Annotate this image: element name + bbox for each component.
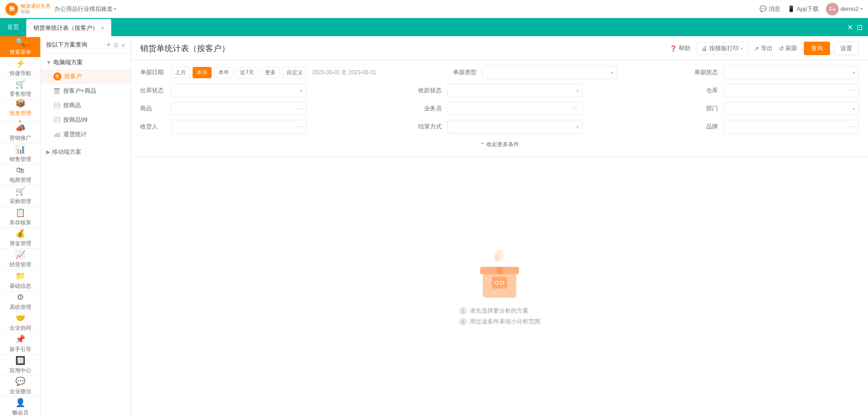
left-panel: 按以下方案查询 + ⊙ « ▼ 电脑端方案 客 按客户 (41, 36, 131, 418)
sidebar-item-search-menu[interactable]: 🔍 搜索菜单 (0, 36, 40, 57)
download-action[interactable]: 📱 App下载 (788, 5, 819, 13)
quick-nav-icon: ⚡ (15, 58, 25, 68)
svg-rect-19 (492, 277, 507, 289)
user-avatar: Ea (826, 3, 839, 15)
export-action[interactable]: ↗ 导出 (754, 44, 773, 52)
order-status-select[interactable]: ▾ (723, 66, 859, 79)
sidebar-item-wechat[interactable]: 💬 企业微信 (0, 376, 40, 397)
empty-hint-1: 1 请先选择要分析的方案 (459, 307, 540, 315)
order-type-select[interactable]: ▾ (482, 66, 618, 79)
settlement-select[interactable]: ▾ (447, 120, 583, 133)
scheme-item-customer-product[interactable]: 按客户+商品 (41, 84, 131, 98)
logo-text: 畅捷通好生意 标版 (21, 3, 51, 14)
mobile-group-chevron: ▶ (46, 149, 50, 155)
out-status-select[interactable]: ▾ (171, 84, 307, 97)
tab-active[interactable]: 销货单统计表（按客户） × (26, 19, 111, 37)
sidebar-item-wholesale[interactable]: 📦 批发管理 ▲ (0, 100, 40, 122)
right-panel: 销货单统计表（按客户） ❓ 帮助 🖨 按模板打印 ▾ ↗ 导出 (131, 36, 868, 418)
scheme-item-by-product[interactable]: 按商品 (41, 98, 131, 113)
sidebar-item-marketing[interactable]: 📣 营销推广 (0, 122, 40, 143)
customer-product-icon (53, 87, 61, 95)
sidebar-item-sales[interactable]: 📊 销售管理 (0, 143, 40, 165)
settings-btn[interactable]: 设置 (834, 42, 859, 55)
help-action[interactable]: ❓ 帮助 (670, 44, 690, 52)
sidebar-item-finance[interactable]: 💰 资金管理 (0, 228, 40, 249)
empty-state: 1 请先选择要分析的方案 2 用过滤条件来缩小分析范围 (131, 157, 868, 418)
left-panel-actions: + ⊙ « (107, 41, 125, 49)
user-dropdown-icon: ▾ (860, 6, 863, 11)
svg-point-22 (496, 282, 498, 284)
collapse-more-btn[interactable]: ⌃ 收起更多条件 (140, 138, 859, 151)
sidebar-item-purchase[interactable]: 🛒 采购管理 (0, 185, 40, 207)
more-btn[interactable]: 更多 (261, 67, 280, 78)
brand-select[interactable]: ··· (723, 120, 859, 133)
product-select[interactable]: ··· (171, 102, 307, 115)
custom-btn[interactable]: 自定义 (283, 67, 307, 78)
message-action[interactable]: 💬 消息 (760, 5, 780, 13)
scheme-item-by-customer[interactable]: 客 按客户 (41, 69, 131, 84)
user-action[interactable]: Ea demo2 ▾ (826, 3, 863, 15)
sidebar-label-enterprise: 企业协同 (9, 324, 31, 332)
product-label: 商品 (140, 104, 165, 113)
main-layout: 🔍 搜索菜单 ⚡ 快捷导航 🛒 零售管理 📦 批发管理 ▲ 📣 营销推广 📊 销… (0, 36, 868, 418)
sidebar-item-appstore[interactable]: 🔲 应用中心 (0, 355, 40, 376)
help-label: 帮助 (679, 44, 690, 52)
sidebar-item-member[interactable]: 👤 畅会员 (0, 397, 40, 418)
settings-scheme-btn[interactable]: ⊙ (113, 41, 119, 48)
receipt-status-select[interactable]: ▾ (447, 84, 583, 97)
date-range-text: 2023-03-01 至 2023-03-31 (312, 69, 376, 76)
print-btn[interactable]: 🖨 按模板打印 ▾ (697, 42, 748, 55)
sidebar-item-quick-nav[interactable]: ⚡ 快捷导航 (0, 57, 40, 79)
tab-home[interactable]: 首页 (0, 18, 26, 36)
search-icon: 🔍 (15, 37, 25, 47)
settlement-label: 结算方式 (416, 123, 442, 131)
tab-close-window-btn[interactable]: ✕ (847, 23, 853, 32)
sidebar-item-system[interactable]: ⚙ 系统管理 (0, 291, 40, 313)
sidebar-item-retail[interactable]: 🛒 零售管理 (0, 78, 40, 100)
tab-restore-btn[interactable]: ⊡ (857, 23, 863, 32)
sidebar-item-operations[interactable]: 📈 经营管理 (0, 249, 40, 270)
department-label: 部门 (693, 104, 718, 113)
refresh-action[interactable]: ↺ 刷新 (779, 44, 797, 52)
sidebar-item-enterprise[interactable]: 🤝 企业协同 (0, 312, 40, 333)
sidebar: 🔍 搜索菜单 ⚡ 快捷导航 🛒 零售管理 📦 批发管理 ▲ 📣 营销推广 📊 销… (0, 36, 41, 418)
enterprise-icon: 🤝 (15, 313, 25, 323)
return-stats-icon (53, 131, 61, 138)
sidebar-item-newbie[interactable]: 📌 新手引导 (0, 333, 40, 355)
scheme-item-product-99[interactable]: 按商品99 (41, 113, 131, 127)
sidebar-item-ecommerce[interactable]: 🛍 电商管理 (0, 165, 40, 186)
desktop-group-header[interactable]: ▼ 电脑端方案 (41, 56, 131, 69)
last-month-btn[interactable]: 上月 (171, 67, 190, 78)
last7-btn[interactable]: 近7天 (236, 67, 258, 78)
svg-rect-1 (54, 90, 60, 92)
department-select[interactable]: ▾ (723, 102, 859, 115)
sidebar-item-inventory[interactable]: 📋 库存核算 (0, 207, 40, 228)
app-subtitle: 办公用品行业模拟账套 (54, 5, 113, 13)
brand-label: 品牌 (693, 123, 718, 131)
app-name-dropdown[interactable]: 办公用品行业模拟账套 ▾ (54, 5, 116, 13)
mobile-group-header[interactable]: ▶ 移动端方案 (41, 145, 131, 159)
tab-active-label: 销货单统计表（按客户） (33, 24, 98, 32)
this-year-btn[interactable]: 本年 (214, 67, 233, 78)
add-scheme-btn[interactable]: + (107, 41, 111, 49)
query-btn[interactable]: 查询 (804, 42, 830, 55)
sidebar-item-basic[interactable]: 📁 基础信息 (0, 270, 40, 291)
svg-rect-2 (54, 92, 60, 94)
scheme-label-customer-product: 按客户+商品 (63, 87, 96, 95)
logo-area: 畅 畅捷通好生意 标版 (5, 3, 51, 15)
this-month-btn[interactable]: 本月 (193, 67, 212, 78)
filter-row-1: 单据日期 上月 本月 本年 近7天 更多 自定义 2023-03-01 至 20… (140, 66, 859, 79)
collapse-panel-btn[interactable]: « (122, 41, 125, 48)
salesperson-select[interactable]: ··· (447, 102, 583, 115)
tab-close-btn[interactable]: × (101, 25, 104, 31)
refresh-icon: ↺ (779, 45, 784, 52)
out-status-chevron: ▾ (300, 88, 302, 93)
receiver-select[interactable]: ··· (171, 120, 307, 133)
by-product-icon (53, 102, 61, 109)
scheme-item-return-stats[interactable]: 退货统计 (41, 127, 131, 142)
basic-icon: 📁 (15, 271, 25, 281)
empty-hint-2: 2 用过滤条件来缩小分析范围 (459, 318, 540, 326)
svg-rect-6 (54, 117, 60, 123)
help-icon: ❓ (670, 45, 677, 52)
warehouse-select[interactable]: ··· (723, 84, 859, 97)
